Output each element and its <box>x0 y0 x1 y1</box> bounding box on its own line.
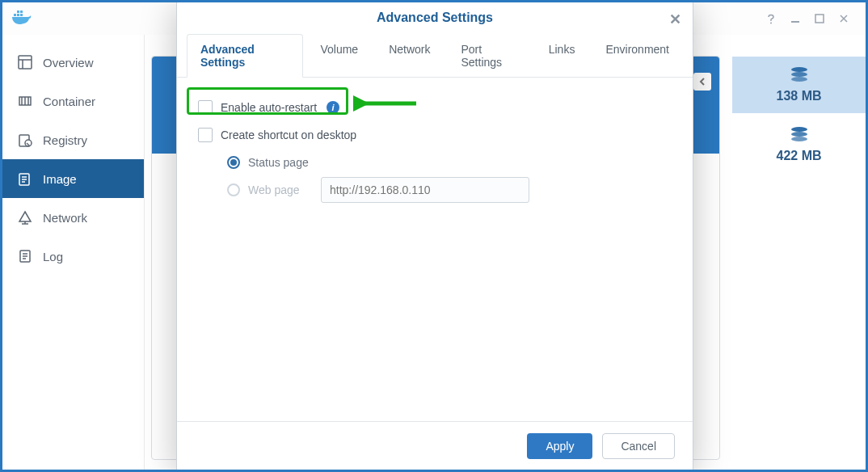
image-size: 138 MB <box>776 89 821 103</box>
info-icon[interactable]: i <box>327 101 339 114</box>
tab-network[interactable]: Network <box>375 34 444 78</box>
modal-title: Advanced Settings ✕ <box>177 1 693 33</box>
overview-icon <box>17 54 33 70</box>
container-icon <box>17 93 33 109</box>
web-page-label: Web page <box>248 183 313 196</box>
create-shortcut-label: Create shortcut on desktop <box>221 129 356 141</box>
layers-icon <box>790 126 809 145</box>
modal-title-text: Advanced Settings <box>377 11 493 24</box>
close-icon[interactable] <box>832 9 856 28</box>
sidebar-item-container[interactable]: Container <box>2 82 144 120</box>
sidebar-item-overview[interactable]: Overview <box>2 43 144 82</box>
close-icon[interactable]: ✕ <box>669 11 681 28</box>
tab-environment[interactable]: Environment <box>592 34 683 78</box>
auto-restart-label: Enable auto-restart <box>221 101 317 114</box>
docker-whale-icon <box>12 9 33 28</box>
svg-rect-8 <box>19 56 32 69</box>
sidebar-item-label: Container <box>43 95 95 108</box>
log-icon <box>17 248 33 264</box>
status-page-radio[interactable] <box>227 156 240 169</box>
image-list-item[interactable]: 422 MB <box>732 116 866 173</box>
tab-links[interactable]: Links <box>535 34 589 78</box>
create-shortcut-checkbox[interactable] <box>198 128 213 142</box>
sidebar-item-label: Registry <box>43 133 87 147</box>
tab-volume[interactable]: Volume <box>306 34 372 78</box>
image-list: 138 MB 422 MB <box>732 57 866 173</box>
sidebar-item-network[interactable]: Network <box>2 198 144 237</box>
svg-point-28 <box>791 67 807 72</box>
modal-tabs: Advanced Settings Volume Network Port Se… <box>177 33 693 78</box>
web-page-radio[interactable] <box>227 183 240 196</box>
sidebar-item-registry[interactable]: Registry <box>2 120 144 159</box>
sidebar-item-log[interactable]: Log <box>2 237 144 276</box>
cancel-button[interactable]: Cancel <box>602 433 675 459</box>
sidebar: Overview Container Registry Image Networ… <box>2 35 145 470</box>
sidebar-item-image[interactable]: Image <box>2 159 144 198</box>
svg-marker-21 <box>19 212 31 221</box>
apply-button[interactable]: Apply <box>527 433 592 459</box>
svg-rect-2 <box>20 14 23 16</box>
sidebar-item-label: Network <box>43 211 87 225</box>
chevron-left-icon[interactable] <box>693 73 711 91</box>
svg-rect-6 <box>791 21 799 23</box>
minimize-icon[interactable] <box>783 9 807 28</box>
svg-point-30 <box>791 77 807 82</box>
svg-rect-3 <box>17 11 19 13</box>
advanced-settings-modal: Advanced Settings ✕ Advanced Settings Vo… <box>176 0 693 470</box>
svg-point-32 <box>791 132 807 137</box>
maximize-icon[interactable] <box>807 9 832 28</box>
image-size: 422 MB <box>776 149 821 163</box>
auto-restart-checkbox[interactable] <box>198 100 213 115</box>
svg-point-5 <box>770 23 772 24</box>
svg-point-29 <box>791 72 807 77</box>
svg-rect-1 <box>17 14 19 16</box>
image-icon <box>17 171 33 187</box>
sidebar-item-label: Log <box>43 250 63 263</box>
image-list-item[interactable]: 138 MB <box>732 57 866 113</box>
svg-point-31 <box>791 127 807 132</box>
registry-icon <box>17 132 33 148</box>
svg-rect-4 <box>20 11 23 13</box>
svg-point-33 <box>791 137 807 141</box>
layers-icon <box>790 66 809 86</box>
sidebar-item-label: Overview <box>43 56 94 70</box>
svg-rect-0 <box>14 14 16 16</box>
help-icon[interactable] <box>759 9 783 28</box>
svg-rect-7 <box>815 15 824 23</box>
network-icon <box>17 209 33 225</box>
tab-port-settings[interactable]: Port Settings <box>447 34 531 78</box>
status-page-label: Status page <box>248 156 309 169</box>
sidebar-item-label: Image <box>43 172 77 186</box>
web-page-url-input[interactable] <box>321 177 529 203</box>
tab-advanced-settings[interactable]: Advanced Settings <box>187 34 303 78</box>
